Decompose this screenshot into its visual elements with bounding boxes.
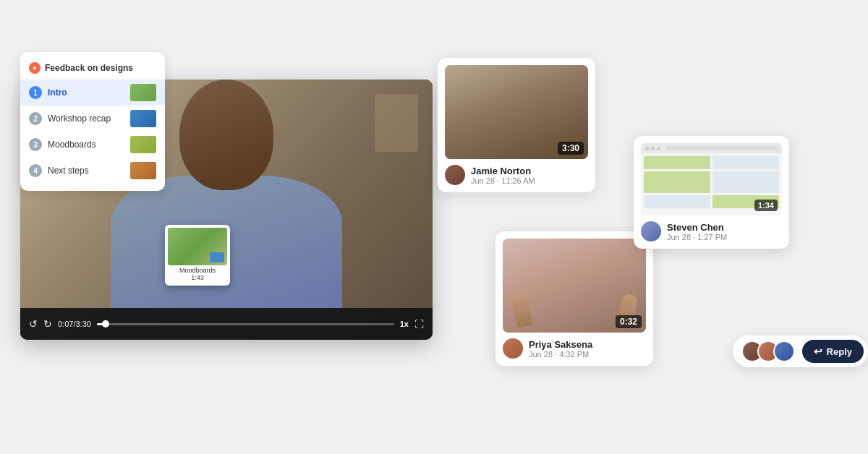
avatar-3 xyxy=(773,340,795,362)
browser-bar xyxy=(641,143,782,153)
sidebar-title-text: Feedback on designs xyxy=(45,63,133,73)
screen-cell-1 xyxy=(644,156,710,169)
browser-dot-3 xyxy=(657,147,660,150)
rewind-button[interactable]: ↺ xyxy=(29,318,38,330)
steven-duration-badge: 1:34 xyxy=(754,200,778,211)
sidebar-item-intro[interactable]: 1 Intro xyxy=(20,80,165,106)
reply-arrow-icon: ↩ xyxy=(814,346,822,357)
reply-button-label: Reply xyxy=(827,346,852,357)
person-head xyxy=(179,80,273,190)
screen-cell-4 xyxy=(712,171,779,193)
reply-button[interactable]: ↩ Reply xyxy=(802,340,864,363)
current-time-display: 0:07/3:30 xyxy=(58,320,91,328)
playback-speed-button[interactable]: 1x xyxy=(400,320,409,328)
item-label-workshop: Workshop recap xyxy=(48,113,124,124)
screen-cell-2 xyxy=(712,156,779,169)
screen-cell-5 xyxy=(644,195,710,208)
thumbnail-chapter-label: Moodboards 1:43 xyxy=(168,265,227,283)
item-number-2: 2 xyxy=(29,112,42,125)
steven-screen-card: 1:34 Steven Chen Jun 28 · 1:27 PM xyxy=(634,136,789,249)
steven-date: Jun 28 · 1:27 PM xyxy=(667,233,727,241)
browser-dot-2 xyxy=(651,147,655,150)
priya-video-card: 0:32 Priya Saksena Jun 28 · 4:32 PM xyxy=(495,231,653,366)
steven-card-footer: Steven Chen Jun 28 · 1:27 PM xyxy=(641,221,782,241)
sidebar-logo-icon: ● xyxy=(29,62,41,74)
item-label-nextsteps: Next steps xyxy=(48,166,124,176)
item-number-4: 4 xyxy=(29,164,42,177)
chapter-thumbnail-popup: Moodboards 1:43 xyxy=(165,225,230,286)
item-label-moodboards: Moodboards xyxy=(48,140,124,150)
jamie-duration-badge: 3:30 xyxy=(558,142,584,155)
item-thumb-workshop xyxy=(130,110,156,127)
priya-card-footer: Priya Saksena Jun 28 · 4:32 PM xyxy=(503,338,646,359)
item-thumb-nextsteps xyxy=(130,162,156,179)
item-thumb-intro xyxy=(130,84,156,101)
priya-card-info: Priya Saksena Jun 28 · 4:32 PM xyxy=(529,339,592,359)
item-thumb-moodboards xyxy=(130,136,156,153)
room-background-element xyxy=(375,94,418,152)
progress-scrubber[interactable] xyxy=(102,320,109,327)
item-number-3: 3 xyxy=(29,138,42,151)
priya-video-thumbnail[interactable]: 0:32 xyxy=(503,239,646,333)
jamie-date: Jun 28 · 11:26 AM xyxy=(471,176,535,185)
sidebar-item-nextsteps[interactable]: 4 Next steps xyxy=(20,158,165,184)
item-number-1: 1 xyxy=(29,86,42,99)
fast-forward-button[interactable]: ↻ xyxy=(43,318,52,330)
fullscreen-button[interactable]: ⛶ xyxy=(414,319,424,330)
item-label-intro: Intro xyxy=(48,87,124,98)
jamie-name: Jamie Norton xyxy=(471,166,535,176)
steven-screen-thumbnail[interactable]: 1:34 xyxy=(641,143,782,215)
sidebar-item-workshop[interactable]: 2 Workshop recap xyxy=(20,106,165,132)
priya-avatar xyxy=(503,338,523,359)
steven-name: Steven Chen xyxy=(667,222,727,233)
thumbnail-preview-image xyxy=(168,228,227,265)
avatar-stack xyxy=(741,340,795,362)
video-controls-bar: ↺ ↻ 0:07/3:30 1x ⛶ xyxy=(20,308,433,340)
jamie-video-card: 3:30 Jamie Norton Jun 28 · 11:26 AM xyxy=(438,58,595,192)
sidebar-item-moodboards[interactable]: 3 Moodboards xyxy=(20,132,165,158)
jamie-avatar xyxy=(445,165,465,185)
sidebar-title: ● Feedback on designs xyxy=(20,59,165,80)
browser-url-bar xyxy=(665,146,778,150)
progress-bar[interactable] xyxy=(97,323,394,325)
reply-bar: ↩ Reply xyxy=(733,335,868,367)
browser-dot-1 xyxy=(645,147,649,150)
jamie-card-info: Jamie Norton Jun 28 · 11:26 AM xyxy=(471,166,535,185)
steven-card-info: Steven Chen Jun 28 · 1:27 PM xyxy=(667,222,727,241)
priya-date: Jun 28 · 4:32 PM xyxy=(529,350,592,359)
jamie-card-footer: Jamie Norton Jun 28 · 11:26 AM xyxy=(445,165,588,185)
priya-duration-badge: 0:32 xyxy=(616,315,642,328)
priya-name: Priya Saksena xyxy=(529,339,592,350)
screen-cell-3 xyxy=(644,171,710,193)
steven-avatar xyxy=(641,221,661,241)
playlist-sidebar: ● Feedback on designs 1 Intro 2 Workshop… xyxy=(20,52,165,191)
jamie-video-thumbnail[interactable]: 3:30 xyxy=(445,65,588,159)
